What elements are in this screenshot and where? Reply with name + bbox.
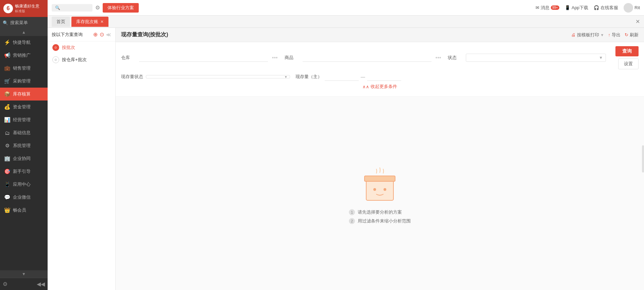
service-icon: 🎧 xyxy=(594,5,599,10)
topbar-search-icon: 🔍 xyxy=(55,5,60,10)
warehouse-dots-icon[interactable]: ••• xyxy=(271,55,279,61)
sidebar-item-wechat[interactable]: 💬 企业微信 xyxy=(0,191,48,204)
inventory-status-select[interactable]: ▼ xyxy=(146,75,290,78)
goods-dots-icon[interactable]: ••• xyxy=(434,55,443,61)
sidebar-scroll-down[interactable]: ▼ xyxy=(0,270,48,278)
add-plan-icon[interactable]: ⊕ xyxy=(93,31,98,38)
appstore-icon: 📱 xyxy=(4,181,10,187)
tab-bar-close-icon[interactable]: ✕ xyxy=(635,18,640,25)
app-download-item[interactable]: 📱 App下载 xyxy=(565,5,588,11)
sidebar-item-system[interactable]: ⚙ 系统管理 xyxy=(0,139,48,152)
goods-field: 商品 ••• xyxy=(285,54,443,62)
inventory-qty-label: 现存量（主） xyxy=(295,74,322,80)
collapse-left-icon[interactable]: ≪ xyxy=(106,32,111,37)
right-panel: 现存量查询(按批次) 🖨 按模板打印 ▼ ↑ 导出 ↻ 刷新 xyxy=(116,28,644,290)
filter-rows: 仓库 ••• 商品 ••• 状态 xyxy=(121,46,639,81)
refresh-button[interactable]: ↻ 刷新 xyxy=(625,32,639,38)
topbar-right: ✉ 消息 99+ 📱 App下载 🎧 在线客服 Rit xyxy=(536,3,640,13)
filter-row-1: 仓库 ••• 商品 ••• 状态 xyxy=(121,46,639,69)
inventory-qty-max[interactable] xyxy=(367,73,401,81)
sidebar-header: 6 畅康通好生意 标准版 xyxy=(0,0,48,17)
main-area: 🔍 ⚙ 体验行业方案 ✉ 消息 99+ 📱 App下载 🎧 在线客服 Rit xyxy=(48,0,644,290)
status-select[interactable]: ▼ xyxy=(466,54,606,62)
left-panel-actions: ⊕ ⊙ ≪ xyxy=(93,31,111,38)
filter-fields: 仓库 ••• 商品 ••• 状态 xyxy=(121,46,639,81)
scroll-indicator[interactable] xyxy=(642,145,644,173)
sidebar-item-member[interactable]: 👑 畅会员 xyxy=(0,204,48,217)
enterprise-icon: 🏢 xyxy=(4,156,10,162)
operation-icon: 📊 xyxy=(4,117,10,123)
filter-action-buttons: 查询 设置 xyxy=(615,46,639,69)
svg-point-2 xyxy=(373,188,376,191)
collapse-filters-button[interactable]: ∧∧ 收起更多条件 xyxy=(121,81,639,92)
inventory-status-label: 现存量状态 xyxy=(121,74,143,80)
system-icon: ⚙ xyxy=(4,143,10,149)
empty-state: 1 请先选择要分析的方案 2 用过滤条件来缩小分析范围 xyxy=(116,97,644,290)
sidebar-item-quick-nav[interactable]: ⚡ 快捷导航 xyxy=(0,36,48,49)
inventory-qty-range: — xyxy=(325,73,464,81)
print-button[interactable]: 🖨 按模板打印 ▼ xyxy=(571,32,604,38)
sidebar-item-appstore[interactable]: 📱 应用中心 xyxy=(0,178,48,191)
settings-bottom-icon[interactable]: ⚙ xyxy=(3,281,7,287)
sidebar-search-item[interactable]: 🔍 搜索菜单 xyxy=(0,17,48,29)
settings-button[interactable]: 设置 xyxy=(618,58,639,69)
svg-rect-1 xyxy=(365,176,395,181)
topbar-gear-icon[interactable]: ⚙ xyxy=(95,4,100,11)
plan-warehouse-batch[interactable]: ⊙ 按仓库+批次 xyxy=(48,54,115,66)
tab-home[interactable]: 首页 xyxy=(52,17,70,27)
collapse-icon: ∧∧ xyxy=(362,84,369,89)
topbar-search-box[interactable]: 🔍 xyxy=(52,4,92,12)
sidebar: 6 畅康通好生意 标准版 🔍 搜索菜单 ▲ ⚡ 快捷导航 📢 营销推广 💼 销售… xyxy=(0,0,48,290)
sidebar-item-basic[interactable]: 🗂 基础信息 xyxy=(0,126,48,139)
sidebar-item-marketing[interactable]: 📢 营销推广 xyxy=(0,49,48,62)
user-profile[interactable]: Rit xyxy=(624,3,640,13)
page-title: 现存量查询(按批次) xyxy=(121,31,168,38)
tab-bar: 首页 库存批次账 ✕ ✕ xyxy=(48,16,644,28)
message-item[interactable]: ✉ 消息 99+ xyxy=(536,5,559,11)
inventory-qty-min[interactable] xyxy=(325,73,359,81)
status-dropdown-icon: ▼ xyxy=(599,55,603,60)
message-badge: 99+ xyxy=(551,5,559,10)
content-area: 按以下方案查询 ⊕ ⊙ ≪ ⊙ 按批次 ⊙ 按仓库+批次 现存量查询(按批次) xyxy=(48,28,644,290)
newbie-icon: 🎯 xyxy=(4,168,10,175)
filter-area: 仓库 ••• 商品 ••• 状态 xyxy=(116,42,644,97)
inventory-qty-field: 现存量（主） — xyxy=(295,73,464,81)
sidebar-item-purchase[interactable]: 🛒 采购管理 xyxy=(0,75,48,88)
export-button[interactable]: ↑ 导出 xyxy=(608,32,621,38)
print-dropdown-icon[interactable]: ▼ xyxy=(600,33,604,37)
status-label: 状态 xyxy=(448,55,463,61)
refresh-icon: ↻ xyxy=(625,32,628,37)
export-icon: ↑ xyxy=(608,32,611,37)
title-actions: 🖨 按模板打印 ▼ ↑ 导出 ↻ 刷新 xyxy=(571,32,639,38)
sidebar-item-finance[interactable]: 💰 资金管理 xyxy=(0,101,48,113)
sidebar-item-inventory[interactable]: 📦 库存核算 xyxy=(0,88,48,101)
hint-num-2: 2 xyxy=(349,218,355,224)
sidebar-logo: 6 xyxy=(3,4,13,13)
sidebar-item-operation[interactable]: 📊 经营管理 xyxy=(0,113,48,126)
goods-input[interactable] xyxy=(303,54,431,62)
tab-close-icon[interactable]: ✕ xyxy=(100,19,104,24)
avatar xyxy=(624,3,633,13)
experience-button[interactable]: 体验行业方案 xyxy=(103,3,139,13)
search-icon: 🔍 xyxy=(3,20,8,25)
sidebar-item-sales[interactable]: 💼 销售管理 xyxy=(0,62,48,75)
topbar: 🔍 ⚙ 体验行业方案 ✉ 消息 99+ 📱 App下载 🎧 在线客服 Rit xyxy=(48,0,644,16)
hint-num-1: 1 xyxy=(349,209,355,215)
warehouse-input[interactable] xyxy=(139,54,268,62)
service-item[interactable]: 🎧 在线客服 xyxy=(594,5,618,11)
sidebar-bottom: ⚙ ◀◀ xyxy=(0,278,48,290)
plan-batch[interactable]: ⊙ 按批次 xyxy=(48,41,115,54)
sidebar-item-newbie[interactable]: 🎯 新手引导 xyxy=(0,165,48,178)
sidebar-brand: 畅康通好生意 标准版 xyxy=(15,3,39,14)
collapse-sidebar-icon[interactable]: ◀◀ xyxy=(37,281,45,287)
filter-row-2: 现存量状态 ▼ 现存量（主） — xyxy=(121,73,639,81)
sidebar-nav: ⚡ 快捷导航 📢 营销推广 💼 销售管理 🛒 采购管理 📦 库存核算 💰 资金管… xyxy=(0,36,48,270)
sidebar-item-enterprise[interactable]: 🏢 企业协同 xyxy=(0,152,48,165)
sidebar-scroll-up[interactable]: ▲ xyxy=(0,29,48,36)
empty-hint-2: 2 用过滤条件来缩小分析范围 xyxy=(349,218,411,224)
inventory-status-dropdown-icon: ▼ xyxy=(284,75,288,79)
goods-label: 商品 xyxy=(285,55,300,61)
query-button[interactable]: 查询 xyxy=(615,46,639,56)
plan-settings-icon[interactable]: ⊙ xyxy=(100,31,104,38)
tab-inventory-batch[interactable]: 库存批次账 ✕ xyxy=(71,17,108,27)
